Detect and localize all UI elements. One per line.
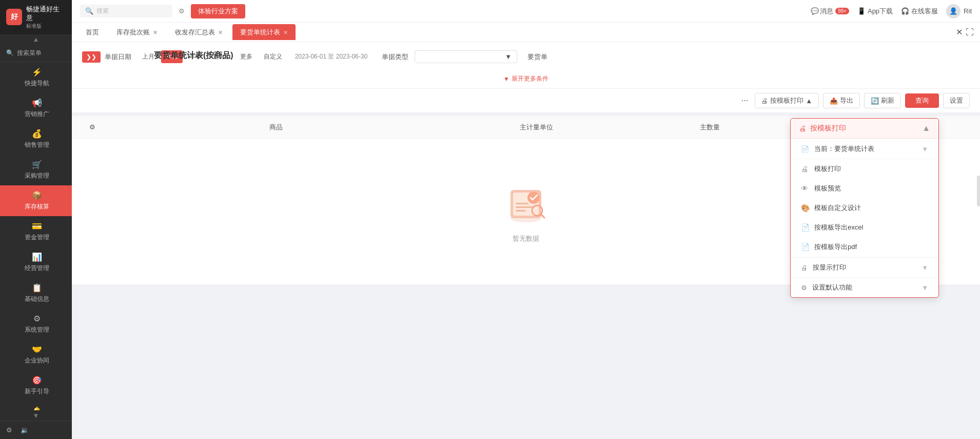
user-area[interactable]: 👤 Rit <box>946 4 972 18</box>
tab-home[interactable]: 首页 <box>78 24 107 40</box>
refresh-icon: 🔄 <box>871 97 879 105</box>
user-name: Rit <box>964 7 972 15</box>
popup-export-pdf[interactable]: 📄 按模板导出pdf <box>791 237 938 257</box>
sidebar-item-system[interactable]: ⚙ 系统管理 <box>0 309 72 339</box>
sidebar-item-label: 基础信息 <box>25 295 49 303</box>
settings-btn[interactable]: 设置 <box>943 93 970 108</box>
app-download-area[interactable]: 📱 App下载 <box>857 7 893 16</box>
sidebar-item-label: 资金管理 <box>25 233 49 242</box>
export-btn[interactable]: 📤 导出 <box>823 93 860 108</box>
sidebar-item-marketing[interactable]: 📢 营销推广 <box>0 93 72 124</box>
popup-current-template[interactable]: 📄 当前：要货单统计表 ▼ <box>791 139 938 159</box>
popup-header: 🖨 按模板打印 ▲ <box>791 119 938 139</box>
tab-recv-summary-label: 收发存汇总表 <box>175 28 215 37</box>
col-settings[interactable]: ⚙ <box>82 123 103 131</box>
tab-order-stats-label: 要货单统计表 <box>240 28 280 37</box>
default-func-icon: ⚙ <box>801 284 807 292</box>
tab-inventory-batch[interactable]: 库存批次账 ✕ <box>109 24 165 40</box>
bill-type-label: 单据类型 <box>382 52 408 62</box>
popup-print-icon: 🖨 <box>799 124 806 132</box>
system-icon: ⚙ <box>33 314 41 323</box>
template-design-label: 模板自定义设计 <box>814 203 861 213</box>
popup-template-print[interactable]: 🖨 模板打印 <box>791 159 938 179</box>
col-unit: 主计量单位 <box>449 123 623 132</box>
print-icon: 🖨 <box>761 97 768 105</box>
action-bar: ··· 🖨 按模板打印 ▲ 📤 导出 🔄 刷新 查询 设置 <box>72 89 980 113</box>
sidebar-item-operation[interactable]: 📊 经营管理 <box>0 247 72 278</box>
purchase-icon: 🛒 <box>32 160 42 169</box>
popup-default-func[interactable]: ⚙ 设置默认功能 ▼ <box>791 277 938 297</box>
online-service-area[interactable]: 🎧 在线客服 <box>901 7 938 16</box>
message-area[interactable]: 💬 消息 99+ <box>811 7 849 16</box>
sidebar-item-label: 系统管理 <box>25 326 49 334</box>
date-label: 单据日期 <box>105 52 131 62</box>
popup-template-preview[interactable]: 👁 模板预览 <box>791 179 938 198</box>
collab-icon: 🤝 <box>32 345 42 354</box>
sidebar-item-basic[interactable]: 📋 基础信息 <box>0 278 72 309</box>
tab-inventory-batch-close[interactable]: ✕ <box>153 29 158 36</box>
query-btn[interactable]: 查询 <box>905 93 939 108</box>
order-type-label: 要货单 <box>527 52 547 62</box>
window-close-btn[interactable]: ✕ <box>956 27 963 37</box>
popup-export-excel[interactable]: 📄 按模板导出excel <box>791 218 938 237</box>
date-btn-custom[interactable]: 自定义 <box>259 50 287 63</box>
topbar-search[interactable]: 🔍 搜索 <box>80 5 172 17</box>
expand-collapse-btn[interactable]: ❯❯ <box>82 51 101 63</box>
window-maximize-btn[interactable]: ⛶ <box>966 27 974 37</box>
bill-type-select[interactable]: ▼ <box>415 50 517 63</box>
industry-btn[interactable]: 体验行业方案 <box>191 4 245 18</box>
print-btn[interactable]: 🖨 按模板打印 ▲ <box>755 93 819 108</box>
app-version: 标准版 <box>26 23 66 29</box>
sidebar: 好 畅捷通好生意 标准版 ▲ 🔍 搜索菜单 ⚡ 快捷导航 📢 营销推广 💰 销售… <box>0 0 72 439</box>
guide-icon: 🎯 <box>32 375 42 385</box>
resize-handle[interactable] <box>977 176 980 206</box>
svg-point-3 <box>527 192 540 204</box>
sidebar-item-purchase[interactable]: 🛒 采购管理 <box>0 155 72 185</box>
more-options-btn[interactable]: ··· <box>739 93 751 108</box>
dropdown-arrow-icon: ▼ <box>505 53 512 61</box>
export-pdf-icon: 📄 <box>801 243 809 251</box>
sidebar-item-inventory[interactable]: 📦 库存核算 <box>0 185 72 216</box>
page-title: 要货单统计表(按商品) <box>154 50 233 61</box>
tab-order-stats-close[interactable]: ✕ <box>283 29 288 36</box>
print-arrow-icon: ▲ <box>806 97 812 105</box>
current-template-arrow: ▼ <box>922 145 928 153</box>
sidebar-item-label: 新手引导 <box>25 387 49 396</box>
sidebar-item-sales[interactable]: 💰 销售管理 <box>0 124 72 155</box>
scroll-up-arrow[interactable]: ▲ <box>0 34 72 45</box>
sidebar-item-collab[interactable]: 🤝 企业协同 <box>0 339 72 370</box>
app-logo: 好 畅捷通好生意 标准版 <box>0 0 72 34</box>
scroll-down-arrow[interactable]: ▼ <box>0 410 72 421</box>
default-func-arrow: ▼ <box>922 284 928 292</box>
expand-more-btn[interactable]: ▼ 展开更多条件 <box>499 72 553 85</box>
finance-icon: 💳 <box>32 221 42 231</box>
topbar-search-placeholder: 搜索 <box>96 7 109 15</box>
sidebar-item-appstore[interactable]: 🔔 应用中心 <box>0 401 72 410</box>
popup-display-print[interactable]: 🖨 按显示打印 ▼ <box>791 257 938 277</box>
sidebar-item-quick-nav[interactable]: ⚡ 快捷导航 <box>0 62 72 93</box>
expand-icon: ▼ <box>503 75 509 83</box>
sidebar-item-label: 库存核算 <box>25 202 49 211</box>
search-icon: 🔍 <box>6 49 14 56</box>
tab-order-stats[interactable]: 要货单统计表 ✕ <box>232 24 296 40</box>
operation-icon: 📊 <box>32 252 42 262</box>
date-btn-more[interactable]: 更多 <box>236 50 257 63</box>
logo-icon: 好 <box>6 9 22 25</box>
app-name: 畅捷通好生意 <box>26 5 66 23</box>
popup-close-btn[interactable]: ▲ <box>922 124 930 133</box>
settings-icon[interactable]: ⚙ <box>6 426 12 434</box>
template-design-icon: 🎨 <box>801 204 809 212</box>
sidebar-search[interactable]: 🔍 搜索菜单 <box>0 45 72 62</box>
volume-icon[interactable]: 🔉 <box>21 426 29 434</box>
display-print-label: 按显示打印 <box>813 263 846 272</box>
settings-gear-icon[interactable]: ⚙ <box>179 7 185 15</box>
tab-recv-summary[interactable]: 收发存汇总表 ✕ <box>167 24 230 40</box>
popup-title: 按模板打印 <box>810 124 846 133</box>
sidebar-item-label: 营销推广 <box>25 110 49 119</box>
sidebar-item-guide[interactable]: 🎯 新手引导 <box>0 370 72 401</box>
tab-recv-summary-close[interactable]: ✕ <box>218 29 223 36</box>
sidebar-item-finance[interactable]: 💳 资金管理 <box>0 216 72 247</box>
popup-template-design[interactable]: 🎨 模板自定义设计 <box>791 198 938 218</box>
refresh-btn[interactable]: 🔄 刷新 <box>864 93 901 108</box>
expand-more-bar: ▼ 展开更多条件 <box>72 69 980 89</box>
